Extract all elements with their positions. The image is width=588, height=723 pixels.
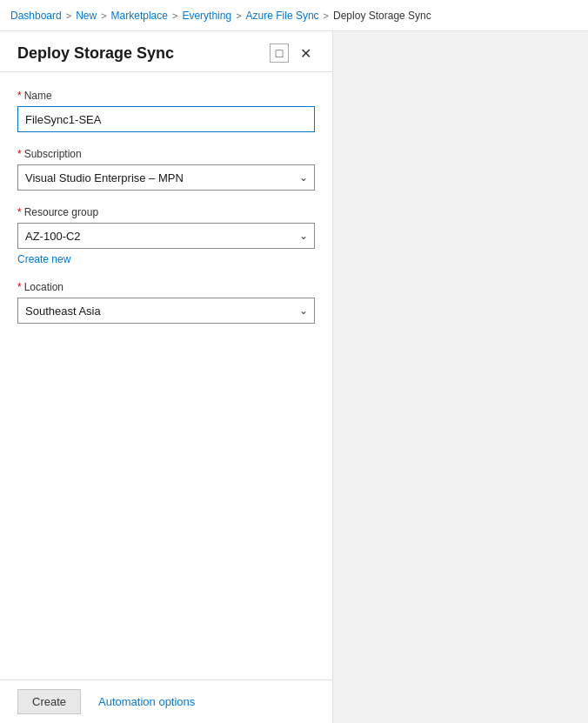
subscription-field-group: *Subscription Visual Studio Enterprise –…: [17, 148, 315, 191]
panel-title: Deploy Storage Sync: [17, 44, 174, 63]
subscription-select[interactable]: Visual Studio Enterprise – MPN: [17, 164, 315, 191]
name-input[interactable]: [17, 106, 315, 132]
name-label: *Name: [17, 90, 315, 102]
maximize-button[interactable]: □: [270, 44, 289, 63]
close-button[interactable]: ✕: [296, 44, 315, 63]
breadcrumb-sep-1: >: [66, 10, 71, 21]
panel-content: *Name *Subscription Visual Studio Enterp…: [0, 72, 332, 679]
create-button[interactable]: Create: [17, 689, 81, 714]
breadcrumb-sep-3: >: [172, 10, 177, 21]
location-label: *Location: [17, 281, 315, 293]
location-select[interactable]: Southeast Asia: [17, 298, 315, 324]
location-required-star: *: [17, 281, 22, 293]
location-select-wrapper: Southeast Asia ⌄: [17, 298, 315, 324]
panel-footer: Create Automation options: [0, 679, 332, 723]
resource-group-field-group: *Resource group AZ-100-C2 ⌄ Create new: [17, 206, 315, 265]
breadcrumb: Dashboard > New > Marketplace > Everythi…: [0, 0, 588, 31]
breadcrumb-sep-5: >: [324, 10, 329, 21]
resource-group-select[interactable]: AZ-100-C2: [17, 223, 315, 249]
breadcrumb-new[interactable]: New: [76, 10, 97, 22]
subscription-label: *Subscription: [17, 148, 315, 160]
panel-header-icons: □ ✕: [270, 44, 315, 63]
location-field-group: *Location Southeast Asia ⌄: [17, 281, 315, 324]
name-required-star: *: [17, 90, 22, 102]
deploy-panel: Deploy Storage Sync □ ✕ *Name *Subscript…: [0, 31, 333, 723]
breadcrumb-marketplace[interactable]: Marketplace: [111, 10, 168, 22]
breadcrumb-everything[interactable]: Everything: [182, 10, 231, 22]
subscription-required-star: *: [17, 148, 22, 160]
breadcrumb-sep-2: >: [101, 10, 106, 21]
breadcrumb-deploy-storage-sync: Deploy Storage Sync: [333, 10, 431, 22]
breadcrumb-dashboard[interactable]: Dashboard: [10, 10, 62, 22]
breadcrumb-sep-4: >: [236, 10, 241, 21]
name-field-group: *Name: [17, 90, 315, 132]
automation-options-button[interactable]: Automation options: [98, 690, 195, 713]
main-layout: Deploy Storage Sync □ ✕ *Name *Subscript…: [0, 31, 588, 723]
breadcrumb-azure-file-sync[interactable]: Azure File Sync: [246, 10, 319, 22]
resource-group-required-star: *: [17, 206, 22, 218]
right-area: [333, 31, 588, 723]
panel-header: Deploy Storage Sync □ ✕: [0, 31, 332, 72]
resource-group-select-wrapper: AZ-100-C2 ⌄: [17, 223, 315, 249]
resource-group-label: *Resource group: [17, 206, 315, 218]
subscription-select-wrapper: Visual Studio Enterprise – MPN ⌄: [17, 164, 315, 191]
create-new-link[interactable]: Create new: [17, 253, 70, 265]
